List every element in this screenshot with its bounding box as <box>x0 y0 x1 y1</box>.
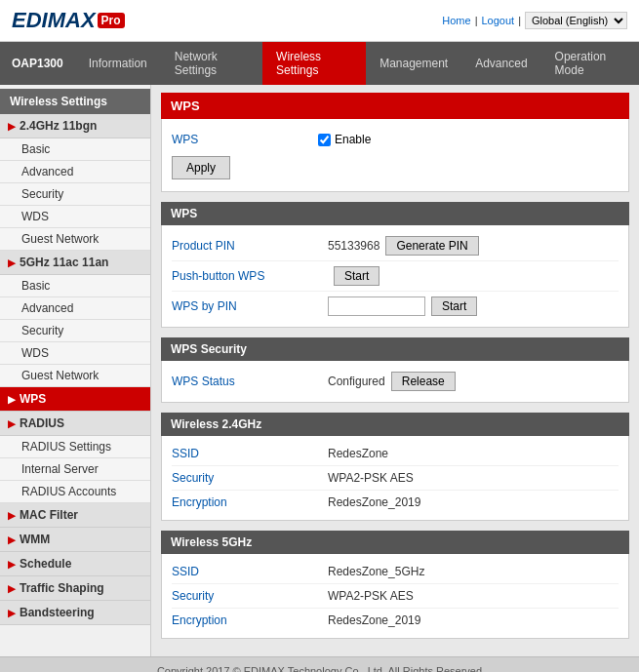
sidebar-sub-item-advanced-5[interactable]: Advanced <box>0 297 150 320</box>
ssid-5-label: SSID <box>172 565 328 578</box>
sidebar-sub-item-internal-server[interactable]: Internal Server <box>0 458 150 481</box>
sidebar-section-schedule[interactable]: ▶ Schedule <box>0 552 150 576</box>
sidebar-section-header-schedule[interactable]: ▶ Schedule <box>0 552 150 576</box>
wps-status-row: WPS Status Configured Release <box>172 367 619 396</box>
sidebar-section-label-radius: RADIUS <box>20 416 64 430</box>
arrow-traffic-shaping: ▶ <box>8 583 16 594</box>
wps-info-header: WPS <box>161 202 629 225</box>
sidebar-section-wps[interactable]: ▶ WPS <box>0 387 150 412</box>
ssid-5-value: RedesZone_5GHz <box>328 565 424 578</box>
home-link[interactable]: Home <box>442 15 470 26</box>
sidebar-sub-item-security-5[interactable]: Security <box>0 320 150 342</box>
wps-by-pin-start-button[interactable]: Start <box>431 296 477 316</box>
security-24-row: Security WPA2-PSK AES <box>172 466 619 491</box>
sidebar-section-label-24ghz: 2.4GHz 11bgn <box>20 119 97 133</box>
arrow-mac-filter: ▶ <box>8 510 16 521</box>
sidebar-section-header-5ghz[interactable]: ▶ 5GHz 11ac 11an <box>0 251 150 275</box>
ssid-24-row: SSID RedesZone <box>172 442 619 466</box>
separator2: | <box>518 15 521 26</box>
sidebar-section-bandsteering[interactable]: ▶ Bandsteering <box>0 601 150 625</box>
nav-item-advanced[interactable]: Advanced <box>461 49 540 78</box>
wireless-24-panel: Wireless 2.4GHz SSID RedesZone Security … <box>161 413 629 521</box>
release-button[interactable]: Release <box>391 372 456 391</box>
nav-item-management[interactable]: Management <box>366 49 461 78</box>
product-pin-value: 55133968 <box>328 239 379 253</box>
sidebar-section-header-bandsteering[interactable]: ▶ Bandsteering <box>0 601 150 625</box>
sidebar-section-traffic-shaping[interactable]: ▶ Traffic Shaping <box>0 576 150 601</box>
sidebar-section-header-radius[interactable]: ▶ RADIUS <box>0 412 150 436</box>
logout-link[interactable]: Logout <box>481 15 514 26</box>
logo-text: EDIMAX <box>12 8 96 33</box>
sidebar-sub-item-wds-24[interactable]: WDS <box>0 206 150 228</box>
push-button-wps-label: Push-button WPS <box>172 269 328 283</box>
wps-by-pin-input[interactable] <box>328 296 425 316</box>
wps-security-header: WPS Security <box>161 337 629 361</box>
content-wrapper: Wireless Settings ▶ 2.4GHz 11bgn Basic A… <box>0 85 639 656</box>
ssid-5-row: SSID RedesZone_5GHz <box>172 560 619 584</box>
product-pin-label: Product PIN <box>172 239 328 253</box>
wps-enable-panel: WPS WPS Enable Apply <box>161 93 629 192</box>
security-5-value: WPA2-PSK AES <box>328 589 414 603</box>
security-5-label: Security <box>172 589 328 603</box>
wps-enable-text: Enable <box>335 133 371 146</box>
sidebar-section-label-traffic-shaping: Traffic Shaping <box>20 581 104 595</box>
push-button-wps-row: Push-button WPS Start <box>172 261 619 292</box>
wireless-24-header: Wireless 2.4GHz <box>161 413 629 436</box>
wps-enable-checkbox[interactable] <box>318 134 331 146</box>
arrow-5ghz: ▶ <box>8 257 16 268</box>
encryption-5-row: Encryption RedesZone_2019 <box>172 609 619 632</box>
wps-info-panel: WPS Product PIN 55133968 Generate PIN Pu… <box>161 202 629 328</box>
arrow-wps: ▶ <box>8 394 16 405</box>
logo: EDIMAXPro <box>12 8 125 33</box>
sidebar-section-24ghz[interactable]: ▶ 2.4GHz 11bgn Basic Advanced Security W… <box>0 114 150 251</box>
sidebar-section-header-mac-filter[interactable]: ▶ MAC Filter <box>0 503 150 528</box>
sidebar-section-mac-filter[interactable]: ▶ MAC Filter <box>0 503 150 528</box>
wireless-5-body: SSID RedesZone_5GHz Security WPA2-PSK AE… <box>161 554 629 639</box>
language-select[interactable]: Global (English) <box>525 12 627 29</box>
header: EDIMAXPro Home | Logout | Global (Englis… <box>0 0 639 42</box>
sidebar-section-header-24ghz[interactable]: ▶ 2.4GHz 11bgn <box>0 114 150 138</box>
wps-enable-body: WPS Enable Apply <box>161 119 629 192</box>
wps-by-pin-row: WPS by PIN Start <box>172 292 619 321</box>
encryption-24-row: Encryption RedesZone_2019 <box>172 491 619 514</box>
push-button-wps-start-button[interactable]: Start <box>334 266 379 286</box>
sidebar-sub-item-guestnetwork-5[interactable]: Guest Network <box>0 365 150 387</box>
sidebar-sub-item-basic-5[interactable]: Basic <box>0 275 150 297</box>
arrow-24ghz: ▶ <box>8 121 16 132</box>
sidebar-section-label-bandsteering: Bandsteering <box>20 606 95 619</box>
sidebar-section-header-wmm[interactable]: ▶ WMM <box>0 528 150 552</box>
sidebar-section-5ghz[interactable]: ▶ 5GHz 11ac 11an Basic Advanced Security… <box>0 251 150 387</box>
wps-security-panel: WPS Security WPS Status Configured Relea… <box>161 337 629 403</box>
sidebar-section-label-wps: WPS <box>20 392 46 406</box>
sidebar-section-header-traffic-shaping[interactable]: ▶ Traffic Shaping <box>0 576 150 601</box>
sidebar-section-radius[interactable]: ▶ RADIUS RADIUS Settings Internal Server… <box>0 412 150 503</box>
sidebar-sub-item-radius-accounts[interactable]: RADIUS Accounts <box>0 481 150 503</box>
sidebar-section-label-5ghz: 5GHz 11ac 11an <box>20 256 108 269</box>
security-5-row: Security WPA2-PSK AES <box>172 584 619 609</box>
nav-item-wireless-settings[interactable]: Wireless Settings <box>262 42 366 85</box>
wps-enable-check: Enable <box>318 133 371 146</box>
wps-info-body: Product PIN 55133968 Generate PIN Push-b… <box>161 225 629 328</box>
sidebar-sub-item-radius-settings[interactable]: RADIUS Settings <box>0 436 150 458</box>
security-24-value: WPA2-PSK AES <box>328 471 414 485</box>
sidebar-section-label-wmm: WMM <box>20 533 50 546</box>
wps-by-pin-label: WPS by PIN <box>172 299 328 313</box>
encryption-24-label: Encryption <box>172 495 328 509</box>
nav-item-operation-mode[interactable]: Operation Mode <box>541 42 639 85</box>
sidebar-sub-item-basic-24[interactable]: Basic <box>0 138 150 161</box>
apply-button[interactable]: Apply <box>172 156 230 179</box>
sidebar-sub-item-wds-5[interactable]: WDS <box>0 342 150 365</box>
wireless-5-header: Wireless 5GHz <box>161 531 629 554</box>
security-24-label: Security <box>172 471 328 485</box>
nav-bar: OAP1300 Information Network Settings Wir… <box>0 42 639 85</box>
nav-item-network-settings[interactable]: Network Settings <box>161 42 262 85</box>
sidebar-title: Wireless Settings <box>0 89 150 114</box>
sidebar-sub-item-advanced-24[interactable]: Advanced <box>0 161 150 183</box>
generate-pin-button[interactable]: Generate PIN <box>385 236 478 256</box>
nav-item-information[interactable]: Information <box>75 49 161 78</box>
footer: Copyright 2017 © EDIMAX Technology Co., … <box>0 656 639 672</box>
sidebar-sub-item-security-24[interactable]: Security <box>0 183 150 206</box>
sidebar-sub-item-guestnetwork-24[interactable]: Guest Network <box>0 228 150 251</box>
sidebar-section-wmm[interactable]: ▶ WMM <box>0 528 150 552</box>
sidebar-section-header-wps[interactable]: ▶ WPS <box>0 387 150 412</box>
